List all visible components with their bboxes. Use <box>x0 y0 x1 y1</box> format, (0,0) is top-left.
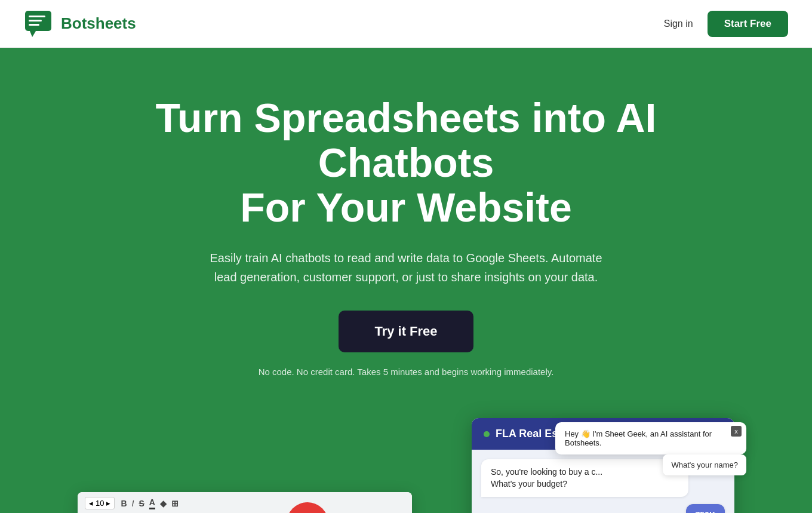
try-free-button[interactable]: Try it Free <box>339 311 473 352</box>
hero-title: Turn Spreadsheets into AI Chatbots For Y… <box>107 96 705 229</box>
header: Botsheets Sign in Start Free <box>0 0 812 48</box>
ai-assistant-popup: x Hey 👋 I'm Sheet Geek, an AI assistant … <box>555 422 746 454</box>
strikethrough-icon[interactable]: S <box>139 499 144 508</box>
logo-text: Botsheets <box>61 14 136 33</box>
ai-popup-close-button[interactable]: x <box>731 426 742 437</box>
chat-message-2: 750K <box>686 504 725 513</box>
ai-popup-text: Hey 👋 I'm Sheet Geek, an AI assistant fo… <box>565 429 712 447</box>
name-prompt-text: What's your name? <box>671 460 738 469</box>
font-size-value: 10 <box>96 499 104 508</box>
no-code-text: No code. No credit card. Takes 5 minutes… <box>259 367 554 377</box>
arrow-right-icon: ▸ <box>106 499 110 508</box>
italic-icon[interactable]: I <box>132 499 134 508</box>
logo-area: Botsheets <box>24 8 136 39</box>
toolbar-icons: B I S A ◆ ⊞ <box>121 497 178 509</box>
bold-icon[interactable]: B <box>121 499 127 508</box>
font-color-icon[interactable]: A <box>149 497 155 509</box>
svg-rect-2 <box>29 20 42 21</box>
logo-icon <box>24 8 55 39</box>
svg-marker-4 <box>30 31 36 37</box>
chat-message-1: So, you're looking to buy a c...What's y… <box>481 459 688 497</box>
hero-section: Turn Spreadsheets into AI Chatbots For Y… <box>0 48 812 513</box>
font-size-select[interactable]: ◂ 10 ▸ <box>85 497 115 509</box>
header-nav: Sign in Start Free <box>664 11 788 37</box>
fill-color-icon[interactable]: ◆ <box>160 499 167 508</box>
name-prompt-bubble: What's your name? <box>663 454 746 475</box>
online-indicator <box>484 431 490 437</box>
borders-icon[interactable]: ⊞ <box>171 499 179 508</box>
spreadsheet-toolbar: ◂ 10 ▸ B I S A ◆ ⊞ <box>78 492 412 513</box>
svg-rect-3 <box>29 24 39 26</box>
sign-in-button[interactable]: Sign in <box>664 19 693 29</box>
svg-rect-1 <box>29 16 45 17</box>
demo-area: ◂ 10 ▸ B I S A ◆ ⊞ A B <box>78 413 734 513</box>
spreadsheet-mockup: ◂ 10 ▸ B I S A ◆ ⊞ A B <box>78 492 412 513</box>
hero-subtitle: Easily train AI chatbots to read and wri… <box>197 248 615 287</box>
arrow-left-icon: ◂ <box>89 499 93 508</box>
start-free-button[interactable]: Start Free <box>708 11 788 37</box>
